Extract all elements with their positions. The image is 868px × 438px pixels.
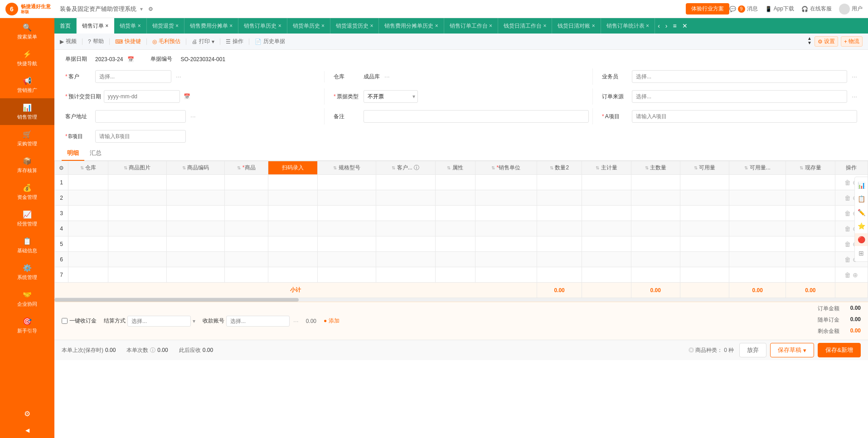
row-1-warehouse[interactable]	[68, 175, 108, 190]
b-project-input[interactable]	[95, 130, 186, 143]
row-1-main-qty[interactable]	[631, 175, 680, 190]
payment-input[interactable]	[127, 316, 191, 327]
industry-btn[interactable]: 体验行业方案	[686, 3, 729, 14]
delete-icon-4[interactable]: 🗑	[844, 225, 851, 232]
table-scrollbar[interactable]	[54, 298, 868, 302]
settings-icon[interactable]: ⚙	[148, 6, 153, 12]
row-1-unit[interactable]	[475, 175, 537, 190]
save-draft-btn[interactable]: 保存草稿 ▾	[770, 343, 814, 357]
toolbar-shortcut[interactable]: ⌨ 快捷键	[115, 38, 141, 45]
tab-sales-order-history[interactable]: 销售订单历史 ×	[238, 18, 287, 34]
online-service[interactable]: 🎧 在线客服	[801, 5, 832, 13]
delete-icon-5[interactable]: 🗑	[844, 241, 851, 248]
sidebar-item-marketing[interactable]: 📢 营销推广	[0, 72, 54, 98]
user-area[interactable]: 用户	[839, 4, 863, 14]
calendar-icon[interactable]: 📅	[127, 56, 134, 63]
right-panel-item-1[interactable]: 📊	[855, 179, 868, 192]
sidebar-item-nav[interactable]: ⚡ 快捷导航	[0, 45, 54, 72]
staff-dots-btn[interactable]: ···	[852, 73, 857, 80]
customer-dots-btn[interactable]: ···	[176, 73, 181, 80]
toolbar-print[interactable]: 🖨 打印 ▾	[192, 38, 214, 45]
a-project-input[interactable]	[632, 110, 857, 123]
delete-icon-3[interactable]: 🗑	[844, 210, 851, 217]
customer-input[interactable]	[95, 70, 171, 83]
row-1-attribute[interactable]	[435, 175, 475, 190]
sidebar-item-sales[interactable]: 📊 销售管理	[0, 98, 54, 125]
discard-btn[interactable]: 放弃	[739, 343, 766, 357]
order-source-input[interactable]	[632, 90, 847, 103]
sidebar-item-basic[interactable]: 📋 基础信息	[0, 232, 54, 259]
system-dropdown-icon[interactable]: ▾	[140, 6, 143, 12]
tab-close-all-btn[interactable]: ✕	[679, 22, 690, 29]
logistics-action-btn[interactable]: + 物流	[841, 36, 863, 47]
app-download[interactable]: 📱 App下载	[765, 5, 794, 13]
address-dots-btn[interactable]: ···	[190, 113, 196, 120]
tab-return-history[interactable]: 销货退货历史 ×	[330, 18, 379, 34]
account-input[interactable]	[226, 316, 290, 327]
tab-fee-history[interactable]: 销售费用分摊单历史 ×	[379, 18, 444, 34]
address-input[interactable]	[95, 110, 186, 123]
one-click-check[interactable]	[62, 318, 68, 324]
tab-sales-stats[interactable]: 销售订单统计表 ×	[601, 18, 655, 34]
sidebar-item-corp[interactable]: 🤝 企业协同	[0, 285, 54, 312]
account-dots-btn[interactable]: ···	[293, 318, 299, 325]
settings-action-btn[interactable]: ⚙ 设置	[815, 36, 838, 47]
tab-sales-order[interactable]: 销售订单 ×	[77, 18, 114, 34]
tab-cash-reconcile[interactable]: 钱货日清对账 ×	[552, 18, 601, 34]
tab-next-btn[interactable]: ›	[663, 22, 670, 29]
tab-prev-btn[interactable]: ‹	[655, 22, 663, 29]
delete-icon-6[interactable]: 🗑	[844, 256, 851, 263]
right-panel-item-4[interactable]: ⭐	[855, 220, 868, 232]
scroll-thumb[interactable]	[54, 298, 299, 302]
right-panel-item-3[interactable]: ✏️	[855, 206, 868, 219]
toolbar-operation[interactable]: ☰ 操作	[226, 38, 243, 45]
tab-sales-fee[interactable]: 销售费用分摊单 ×	[184, 18, 238, 34]
toolbar-prev-btn[interactable]: ▲ ▼	[807, 36, 812, 47]
row-1-qty2[interactable]	[537, 175, 582, 190]
right-panel-item-6[interactable]: ⊞	[855, 247, 868, 260]
sidebar-item-finance[interactable]: 💰 资金管理	[0, 178, 54, 205]
row-1-spec[interactable]	[318, 175, 376, 190]
order-source-dots-btn[interactable]: ···	[852, 93, 857, 100]
warehouse-dots-btn[interactable]: ···	[384, 73, 390, 80]
notification-item[interactable]: 💬 9 消息	[729, 5, 758, 13]
tab-cash-workbench[interactable]: 钱货日清工作台 ×	[498, 18, 552, 34]
tab-home[interactable]: 首页	[54, 18, 77, 34]
detail-tab-detail[interactable]: 明细	[62, 146, 84, 161]
toolbar-view[interactable]: ▶ 视频	[60, 38, 77, 45]
one-click-checkbox[interactable]: 一键收订金	[62, 317, 97, 325]
sidebar-item-guide[interactable]: 🎯 新手引导	[0, 312, 54, 339]
toolbar-help[interactable]: ? 帮助	[88, 38, 104, 45]
tab-invoice-history[interactable]: 销货单历史 ×	[287, 18, 330, 34]
tab-order-workbench[interactable]: 销售订单工作台 ×	[444, 18, 498, 34]
delete-icon-2[interactable]: 🗑	[844, 194, 851, 202]
sidebar-item-purchase[interactable]: 🛒 采购管理	[0, 125, 54, 152]
row-1-customer[interactable]	[376, 175, 435, 190]
toolbar-history[interactable]: 📄 历史单据	[255, 38, 285, 45]
row-1-code[interactable]	[166, 175, 224, 190]
sidebar-settings[interactable]: ⚙	[0, 404, 54, 423]
right-panel-item-2[interactable]: 📋	[855, 193, 868, 205]
save-new-btn[interactable]: 保存&新增	[818, 343, 861, 357]
tab-sales-invoice[interactable]: 销货单 ×	[114, 18, 146, 34]
sidebar-item-search[interactable]: 🔍 搜索菜单	[0, 18, 54, 45]
copy-icon-7[interactable]: ⊕	[853, 271, 858, 279]
right-panel-item-5[interactable]: 🔴	[855, 233, 868, 246]
sidebar-item-inventory[interactable]: 📦 库存核算	[0, 152, 54, 178]
sidebar-item-system[interactable]: ⚙️ 系统管理	[0, 259, 54, 285]
delete-icon-1[interactable]: 🗑	[844, 179, 851, 186]
notes-input[interactable]	[364, 110, 589, 123]
sidebar-collapse-btn[interactable]: ◀	[0, 423, 54, 438]
invoice-type-select[interactable]: 不开票 增值税普通发票 增值税专用发票	[364, 90, 418, 103]
delete-icon-7[interactable]: 🗑	[844, 271, 851, 279]
row-1-product[interactable]	[225, 175, 268, 190]
row-1-main-unit[interactable]	[582, 175, 631, 190]
detail-tab-summary[interactable]: 汇总	[84, 146, 107, 161]
sidebar-item-management[interactable]: 📈 经营管理	[0, 205, 54, 232]
delivery-calendar-icon[interactable]: 📅	[184, 93, 190, 100]
delivery-date-input[interactable]	[104, 90, 180, 103]
footer-add-btn[interactable]: ● 添加	[324, 317, 339, 325]
gear-icon[interactable]: ⚙	[59, 165, 64, 171]
toolbar-profit[interactable]: ◎ 毛利预估	[152, 38, 180, 45]
staff-input[interactable]	[632, 70, 847, 83]
